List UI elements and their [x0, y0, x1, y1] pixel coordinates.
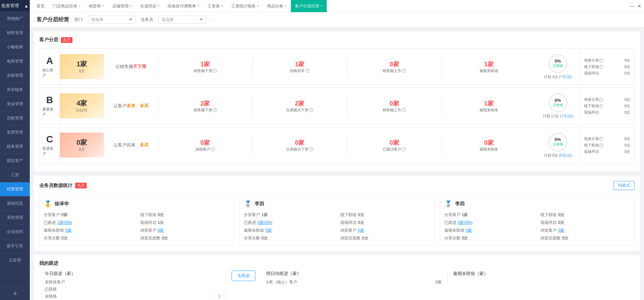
info-icon[interactable]: ? [309, 108, 313, 112]
sidebar-item-新手引导[interactable]: 新手引导 [0, 239, 30, 253]
sidebar-item-系统管理[interactable]: 系统管理 [0, 211, 30, 225]
sidebar-item-库存核算[interactable]: 库存核算 [0, 83, 30, 97]
sidebar-item-经营管理[interactable]: 经营管理 [0, 182, 30, 197]
staff-stat-label: 已跟进 [444, 220, 456, 226]
staff-stat-value[interactable]: 0家 [558, 228, 564, 233]
info-icon[interactable]: ? [402, 108, 406, 112]
info-icon[interactable]: ? [599, 98, 603, 102]
staff-stat-value[interactable]: 0家 [65, 228, 72, 233]
info-icon[interactable]: ? [402, 69, 406, 73]
sidebar-item-企业协同[interactable]: 企业协同 [0, 225, 30, 239]
sidebar-item-税务管理[interactable]: 税务管理 [0, 140, 30, 154]
info-icon[interactable]: ? [599, 137, 603, 141]
tier-right-stat-label: 有效分享? [584, 136, 603, 141]
tab-5[interactable]: 应收应付调整单× [164, 0, 203, 12]
dept-select[interactable]: 请选择 [88, 16, 135, 24]
info-icon[interactable]: ? [599, 104, 603, 108]
staff-stat-value[interactable]: 0家(0%) [458, 220, 473, 226]
tier-stat-label: 销售额下滑? [194, 68, 217, 73]
info-icon[interactable]: ? [213, 69, 217, 73]
tab-label-8: 商品分析 [267, 0, 283, 12]
tab-close-5[interactable]: × [197, 0, 199, 12]
tier-contact-link[interactable]: 7天/次 [560, 75, 571, 79]
tab-close-2[interactable]: × [102, 0, 104, 12]
customer-tier-section: 客户分层 九月 A核心客户1家0万让销售额不下滑1家销售额下滑?1家回购异常?0… [34, 31, 640, 171]
tier-right-stat-label: 有效分享? [584, 58, 603, 63]
window-minimize-icon[interactable]: — [630, 3, 635, 9]
tab-close-7[interactable]: × [257, 0, 259, 12]
tab-3[interactable]: 店铺管理× [108, 0, 136, 12]
sidebar-item-营销推广[interactable]: 营销推广 [0, 12, 30, 26]
tab-close-6[interactable]: × [221, 0, 223, 12]
sidebar-item-固定资产[interactable]: 固定资产 [0, 154, 30, 168]
tier-row-B: B重要客户4家0.53万让客户多来、多买2家销售额下滑?2家交易频次下滑?0家销… [39, 88, 635, 124]
staff-stat-value[interactable]: 0家 [358, 228, 364, 233]
goto-followup-button[interactable]: 去跟进 [232, 271, 255, 281]
staff-stat-value[interactable]: 1家(0%) [57, 220, 72, 226]
staff-stats-grid: 分管客户1家线下联络0次已跟进0家(0%)现场拜访0次逾期未联络0家浏览客户0家… [444, 212, 630, 241]
tier-contact-link[interactable]: 0天/次 [560, 153, 571, 157]
tab-6[interactable]: 工资表× [203, 0, 227, 12]
info-icon[interactable]: ? [309, 147, 313, 151]
sidebar-item-采购管理[interactable]: 采购管理 [0, 69, 30, 83]
gear-button[interactable]: ⚙ [0, 287, 30, 300]
info-icon[interactable]: ? [599, 65, 603, 69]
tier-stat-label: 销售额下滑? [194, 108, 217, 113]
tier-contact-pct: 0% [555, 137, 561, 142]
info-icon[interactable]: ? [599, 143, 603, 147]
tier-right-stats: 有效分享?0次线下联络?0次现场拜访0次 [580, 54, 634, 80]
staff-select[interactable]: 请选择 [158, 16, 206, 24]
tab-close-4[interactable]: × [158, 0, 160, 12]
sidebar-item-销售管理[interactable]: 销售管理 [0, 26, 30, 40]
staff-stat-label: 分享次数 [244, 235, 260, 241]
tab-0[interactable]: 首页 [33, 0, 49, 12]
sidebar-top-item[interactable]: 批发管理 ▲ [0, 0, 30, 12]
info-icon[interactable]: ? [599, 59, 603, 63]
tier-right-stat-value: 0次 [624, 136, 630, 141]
info-icon[interactable]: ? [402, 147, 406, 151]
tab-close-1[interactable]: × [79, 0, 81, 12]
tab-close-9[interactable]: × [321, 0, 323, 12]
tier-right-stat-value: 0次 [624, 97, 630, 102]
staff-stat-value: 0次 [462, 235, 468, 241]
window-close-icon[interactable]: ✕ [637, 3, 641, 9]
staff-stat-value[interactable]: 0家 [466, 228, 472, 233]
tab-8[interactable]: 商品分析× [263, 0, 291, 12]
sidebar-item-资金管理[interactable]: 资金管理 [0, 97, 30, 111]
staff-stat-label: 分享次数 [44, 235, 60, 241]
tab-close-8[interactable]: × [285, 0, 287, 12]
followup-tomorrow-value: 0家 [435, 279, 442, 285]
tier-stat-num: 0家 [390, 139, 399, 147]
tab-1[interactable]: 门店商品目录× [49, 0, 85, 12]
tier-right-stat-row-1: 线下联络?0次 [584, 103, 630, 109]
tier-suggestion: 让销售额不下滑 [104, 58, 158, 75]
staff-stat-row-4: 逾期未联络0家 [244, 228, 334, 233]
sidebar-item-总账管理[interactable]: 总账管理 [0, 111, 30, 125]
tab-9[interactable]: 客户分层经营× [291, 0, 327, 12]
sidebar-item-工资[interactable]: 工资 [0, 168, 30, 182]
list-view-button[interactable]: 列表式 [614, 181, 635, 190]
filter-more-dots[interactable]: ··· [211, 17, 215, 22]
tab-4[interactable]: 生成凭证× [136, 0, 164, 12]
tab-7[interactable]: 工资统计报表× [227, 0, 263, 12]
staff-stat-value[interactable]: 0家(0%) [257, 220, 272, 226]
staff-stat-value[interactable]: 0家 [158, 228, 164, 233]
tier-stats: 0家休眠客户?0家交易频次下滑?0家已激活客户?0家逾期未联络 [158, 135, 536, 156]
staff-stat-value[interactable]: 0家 [265, 228, 272, 233]
sidebar-item-基础信息[interactable]: 基础信息 [0, 197, 30, 211]
sidebar-item-电商管理[interactable]: 电商管理 [0, 54, 30, 69]
tab-close-3[interactable]: × [130, 0, 132, 12]
sidebar-item-云应用[interactable]: 云应用 [0, 253, 30, 268]
tier-count-block: 4家0.53万 [60, 93, 104, 118]
tier-contact-link[interactable]: 7天/次 [561, 114, 572, 118]
sidebar-item-发票管理[interactable]: 发票管理 [0, 125, 30, 140]
info-icon[interactable]: ? [213, 108, 217, 112]
staff-card-header: 🥈李四 [444, 200, 630, 208]
info-icon[interactable]: ? [211, 147, 215, 151]
info-icon[interactable]: ? [305, 69, 309, 73]
sidebar-item-小畅电商[interactable]: 小畅电商 [0, 40, 30, 54]
tier-right-stats: 有效分享?0次线下联络?0次现场拜访0次 [580, 93, 634, 119]
staff-stat-row-3: 现场拜访0次 [340, 220, 430, 226]
staff-name: 李四 [255, 201, 264, 207]
tab-2[interactable]: 销货单× [85, 0, 108, 12]
